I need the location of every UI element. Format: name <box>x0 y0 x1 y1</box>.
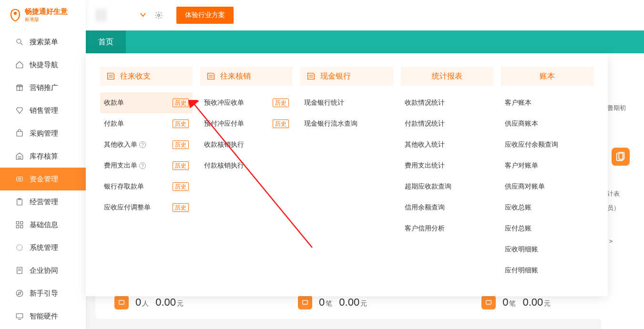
flyout-item[interactable]: 信用余额查询 <box>401 197 493 218</box>
money-icon <box>15 175 24 183</box>
svg-point-9 <box>19 178 21 180</box>
sidebar-item-11[interactable]: 新手引导 <box>0 282 86 305</box>
flyout-item-label: 客户对账单 <box>505 161 538 170</box>
flyout-item[interactable]: 应收应付调整单历史 <box>100 197 193 218</box>
flyout-item[interactable]: 其他收入单?历史 <box>100 134 193 155</box>
sidebar-item-8[interactable]: 基础信息 <box>0 213 86 236</box>
sidebar-item-4[interactable]: 采购管理 <box>0 122 86 145</box>
flyout-item[interactable]: 现金银行统计 <box>300 92 393 113</box>
svg-point-20 <box>16 290 23 297</box>
tab-home[interactable]: 首页 <box>86 30 126 53</box>
sidebar-item-0[interactable]: 搜索菜单 <box>0 30 86 53</box>
flyout-item[interactable]: 现金银行流水查询 <box>300 113 393 134</box>
history-button[interactable]: 历史 <box>173 99 189 107</box>
header: 体验行业方案 <box>86 0 644 30</box>
flyout-column-2: 现金银行现金银行统计现金银行流水查询 <box>300 67 393 283</box>
sidebar-item-2[interactable]: 营销推广 <box>0 76 86 99</box>
svg-rect-14 <box>16 226 19 228</box>
flyout-item[interactable]: 银行存取款单历史 <box>100 176 193 197</box>
floating-action-icon[interactable] <box>612 148 630 166</box>
flyout-item-label: 应付明细账 <box>505 266 538 275</box>
stat-amount: 0.00 <box>155 296 176 308</box>
funds-mega-menu: 往来收支收款单历史付款单历史其他收入单?历史费用支出单?历史银行存取款单历史应收… <box>86 53 608 296</box>
flyout-column-title: 账本 <box>540 71 555 81</box>
flyout-item[interactable]: 预付冲应付单历史 <box>200 113 293 134</box>
sidebar-item-12[interactable]: 智能硬件 <box>0 305 86 328</box>
sidebar-item-label: 销售管理 <box>30 106 58 115</box>
flyout-item-label: 其他收入单? <box>104 140 146 149</box>
history-button[interactable]: 历史 <box>173 182 189 191</box>
history-button[interactable]: 历史 <box>173 120 189 128</box>
sidebar-item-7[interactable]: 经营管理 <box>0 190 86 213</box>
flyout-item[interactable]: 付款情况统计 <box>401 113 493 134</box>
flyout-item[interactable]: 应收明细账 <box>501 239 593 260</box>
cta-button[interactable]: 体验行业方案 <box>176 7 234 24</box>
sidebar-item-5[interactable]: 库存核算 <box>0 145 86 168</box>
svg-rect-22 <box>16 314 23 318</box>
flyout-item[interactable]: 供应商账本 <box>501 113 593 134</box>
history-button[interactable]: 历史 <box>273 120 289 128</box>
flyout-item[interactable]: 应付明细账 <box>501 260 593 281</box>
flyout-item[interactable]: 客户对账单 <box>501 155 593 176</box>
svg-rect-15 <box>20 226 23 228</box>
company-selector[interactable] <box>95 9 107 22</box>
history-button[interactable]: 历史 <box>273 99 289 107</box>
brand-name: 畅捷通好生意 <box>25 8 68 16</box>
gift-icon <box>15 83 24 92</box>
flyout-item[interactable]: 供应商对账单 <box>501 176 593 197</box>
chevron-down-icon[interactable] <box>140 12 146 19</box>
sidebar: 畅捷通好生意 标准版 搜索菜单快捷导航营销推广销售管理采购管理库存核算资金管理经… <box>0 0 86 329</box>
flyout-item[interactable]: 收款情况统计 <box>401 92 493 113</box>
gear-icon[interactable] <box>154 11 163 20</box>
stat-amount: 0.00 <box>339 296 359 308</box>
flyout-item-label: 付款情况统计 <box>405 120 445 128</box>
help-icon[interactable]: ? <box>139 141 146 148</box>
history-button[interactable]: 历史 <box>173 203 189 212</box>
search-icon <box>15 38 24 46</box>
compass-icon <box>15 289 24 298</box>
flyout-column-0: 往来收支收款单历史付款单历史其他收入单?历史费用支出单?历史银行存取款单历史应收… <box>100 67 193 283</box>
flyout-item[interactable]: 收款核销执行 <box>200 134 293 155</box>
flyout-item-label: 应收明细账 <box>505 245 538 254</box>
sidebar-item-10[interactable]: 企业协同 <box>0 259 86 282</box>
history-button[interactable]: 历史 <box>173 140 189 149</box>
stat-currency: 元 <box>544 299 551 307</box>
sidebar-item-6[interactable]: 资金管理 <box>0 168 86 190</box>
flyout-item[interactable]: 收款单历史 <box>100 92 193 113</box>
flyout-item[interactable]: 费用支出单?历史 <box>100 155 193 176</box>
flyout-item[interactable]: 应收总账 <box>501 197 593 218</box>
flyout-item[interactable]: 其他收入统计 <box>401 134 493 155</box>
flyout-item[interactable]: 付款单历史 <box>100 113 193 134</box>
stat-amount: 0.00 <box>522 296 543 308</box>
flyout-item[interactable]: 预收冲应收单历史 <box>200 92 293 113</box>
stat-icon <box>298 295 312 309</box>
history-button[interactable]: 历史 <box>173 161 189 170</box>
sidebar-item-label: 营销推广 <box>30 83 58 92</box>
flyout-item[interactable]: 费用支出统计 <box>401 155 493 176</box>
flyout-item[interactable]: 应付总账 <box>501 218 593 239</box>
sidebar-item-label: 搜索菜单 <box>30 38 58 47</box>
diamond-icon <box>15 106 24 115</box>
logo-icon <box>10 9 21 22</box>
flyout-item-label: 应收应付调整单 <box>104 203 151 212</box>
tv-icon <box>15 312 24 320</box>
sidebar-item-label: 快捷导航 <box>30 60 58 70</box>
help-icon[interactable]: ? <box>139 162 146 169</box>
flyout-item-label: 收款单 <box>104 99 124 107</box>
sidebar-item-label: 基础信息 <box>30 220 58 229</box>
svg-rect-12 <box>16 221 19 224</box>
flyout-item[interactable]: 应收应付余额查询 <box>501 134 593 155</box>
svg-rect-8 <box>17 177 22 181</box>
stat-unit: 笔 <box>509 299 516 307</box>
sidebar-item-3[interactable]: 销售管理 <box>0 99 86 122</box>
sidebar-item-9[interactable]: 系统管理 <box>0 236 86 259</box>
sidebar-item-1[interactable]: 快捷导航 <box>0 53 86 76</box>
svg-line-2 <box>20 43 22 45</box>
flyout-item[interactable]: 超期应收款查询 <box>401 176 493 197</box>
flyout-item[interactable]: 客户信用分析 <box>401 218 493 239</box>
flyout-item[interactable]: 付款核销执行 <box>200 155 293 176</box>
stat-unit: 人 <box>142 299 149 307</box>
home-icon <box>15 60 24 69</box>
flyout-item[interactable]: 客户账本 <box>501 92 593 113</box>
stat-currency: 元 <box>177 299 184 307</box>
